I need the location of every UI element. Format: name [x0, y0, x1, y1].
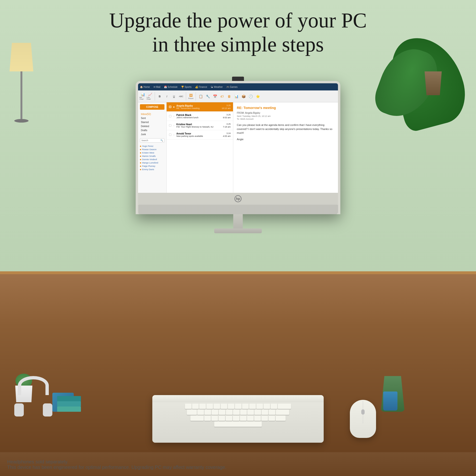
- nav-item-sports[interactable]: 🏆 Sports: [181, 86, 192, 88]
- key[interactable]: [199, 404, 206, 409]
- email-item-arnold[interactable]: ☆ Arnold Tenor New parking spots availab…: [167, 130, 233, 139]
- email-checkbox-angela[interactable]: [169, 106, 171, 108]
- contact-donnie-vindevil[interactable]: Donnie Vindevil: [140, 158, 165, 161]
- key[interactable]: [240, 416, 247, 421]
- sidebar-item-junk[interactable]: Junk: [138, 132, 166, 136]
- nav-item-finance[interactable]: 💰 Finance: [195, 86, 207, 88]
- heading-line2: in three simple steps: [0, 32, 476, 56]
- sidebar-item-sent[interactable]: Sent: [138, 116, 166, 120]
- key[interactable]: [228, 404, 235, 409]
- toolbar-clipboard-btn[interactable]: 📋: [197, 92, 204, 101]
- contact-marion-smalls[interactable]: Marion Smalls: [140, 154, 165, 158]
- toolbar-calendar-btn[interactable]: 📅: [212, 92, 218, 101]
- key[interactable]: [226, 416, 232, 421]
- email-subject-angela: RE: Tomorrow's meeting: [176, 107, 220, 109]
- toolbar-tag-btn[interactable]: 🏷: [219, 92, 225, 101]
- key-backspace[interactable]: [278, 404, 291, 409]
- key[interactable]: [211, 416, 218, 421]
- email-sender-patrick: Patrick Black: [176, 114, 221, 116]
- toolbar-box-btn[interactable]: 📦: [240, 92, 247, 101]
- contact-rowan-gearon[interactable]: Rowan Gearon: [140, 148, 165, 151]
- toolbar-picture-group: 🖼 Picture: [187, 92, 196, 101]
- key[interactable]: [192, 404, 199, 409]
- key[interactable]: [271, 404, 277, 409]
- toolbar-settings-btn[interactable]: 🔧: [204, 92, 211, 101]
- email-date-angela: 3.25: [226, 104, 231, 107]
- toolbar-line-chart-btn[interactable]: 📈 Line Chart: [147, 92, 153, 101]
- sidebar-item-starred[interactable]: Starred: [138, 120, 166, 124]
- key[interactable]: [219, 409, 225, 415]
- key[interactable]: [226, 409, 233, 415]
- email-item-angela[interactable]: ★ Angela Bigsby RE: Tomorrow's meeting 3…: [167, 102, 233, 112]
- key[interactable]: [206, 404, 213, 409]
- toolbar-star-btn[interactable]: ⭐: [255, 92, 261, 101]
- email-item-kristine[interactable]: ☆ Kristine Heart FW: Your Flight Itinera…: [167, 121, 233, 130]
- contact-hugo-perez[interactable]: Hugo Perez: [140, 144, 165, 148]
- key[interactable]: [233, 409, 240, 415]
- contact-kristen-west[interactable]: Kristen West: [140, 151, 165, 154]
- key[interactable]: [262, 409, 268, 415]
- key[interactable]: [219, 416, 225, 421]
- email-checkbox-patrick[interactable]: [169, 115, 171, 117]
- sidebar-item-drafts[interactable]: Drafts: [138, 128, 166, 132]
- email-checkbox-arnold[interactable]: [169, 134, 171, 136]
- toolbar-abc-btn[interactable]: ABC: [178, 92, 185, 101]
- key[interactable]: [263, 404, 270, 409]
- nav-item-games[interactable]: 🎮 Games: [226, 86, 238, 88]
- underline-icon: U: [173, 95, 175, 98]
- key[interactable]: [185, 404, 192, 409]
- key-space[interactable]: [214, 422, 262, 427]
- key[interactable]: [204, 409, 211, 415]
- key[interactable]: [249, 404, 256, 409]
- key[interactable]: [197, 409, 204, 415]
- compose-button[interactable]: COMPOSE: [140, 104, 165, 110]
- key[interactable]: [269, 409, 275, 415]
- email-date-kristine: 3.25: [226, 123, 231, 125]
- contact-mango-lumsford[interactable]: Mango Lumsford: [140, 161, 165, 165]
- key[interactable]: [214, 404, 220, 409]
- key-tab[interactable]: [187, 409, 197, 415]
- search-bar[interactable]: 🔍: [140, 138, 165, 143]
- contact-emmy-davis[interactable]: Emmy Davis: [140, 168, 165, 171]
- nav-item-mail[interactable]: ✉ Mail: [153, 86, 160, 88]
- toolbar-clock-btn[interactable]: 🕐: [247, 92, 254, 101]
- toolbar-bold-btn[interactable]: B: [156, 92, 163, 101]
- toolbar-chart2-btn[interactable]: 📊: [233, 92, 240, 101]
- mouse[interactable]: [350, 400, 376, 438]
- contact-paige-plumey[interactable]: Paige Plumey: [140, 165, 165, 168]
- toolbar-underline-btn[interactable]: U: [171, 92, 177, 101]
- key-caps[interactable]: [190, 416, 204, 421]
- mouse-scroll-wheel[interactable]: [361, 409, 365, 415]
- toolbar-action-group: 📋 🔧 📅 🏷 🗑: [197, 92, 262, 101]
- toolbar-delete-btn[interactable]: 🗑: [226, 92, 233, 101]
- nav-item-home[interactable]: 🏠 Home: [140, 86, 150, 88]
- keyboard: [152, 395, 324, 443]
- toolbar-bar-chart-btn[interactable]: 📊 Bar Chart: [139, 92, 146, 101]
- toolbar-picture-btn[interactable]: 🖼 Picture: [187, 92, 194, 101]
- key[interactable]: [221, 404, 227, 409]
- key[interactable]: [247, 409, 254, 415]
- key-enter2[interactable]: [276, 416, 286, 421]
- key[interactable]: [269, 416, 275, 421]
- key-enter[interactable]: [276, 409, 289, 415]
- sidebar-item-inbox[interactable]: Inbox(52): [138, 112, 166, 116]
- key[interactable]: [233, 416, 239, 421]
- key[interactable]: [240, 409, 247, 415]
- email-checkbox-kristine[interactable]: [169, 124, 171, 127]
- key[interactable]: [235, 404, 241, 409]
- email-item-patrick[interactable]: ☆ Patrick Black John's retirement lunch …: [167, 112, 233, 121]
- key[interactable]: [204, 416, 211, 421]
- key[interactable]: [256, 404, 263, 409]
- toolbar-italic-btn[interactable]: I: [164, 92, 170, 101]
- search-input[interactable]: [141, 139, 160, 142]
- key[interactable]: [212, 409, 218, 415]
- nav-item-weather[interactable]: 🌤 Weather: [211, 86, 223, 88]
- key[interactable]: [247, 416, 254, 421]
- key[interactable]: [242, 404, 249, 409]
- sidebar-item-deleted[interactable]: Deleted: [138, 124, 166, 128]
- box-icon: 📦: [241, 95, 246, 98]
- nav-item-schedule[interactable]: 📅 Schedule: [164, 86, 178, 88]
- key[interactable]: [261, 416, 268, 421]
- key[interactable]: [255, 409, 261, 415]
- key[interactable]: [254, 416, 261, 421]
